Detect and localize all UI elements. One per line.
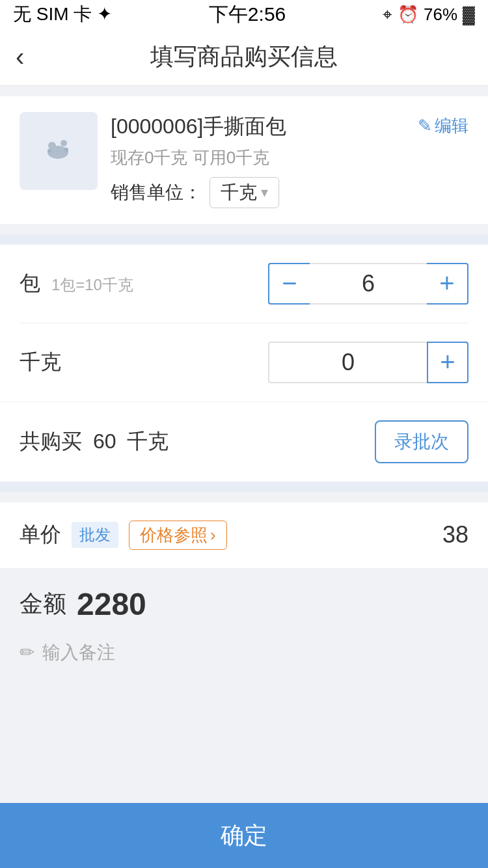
kg-label: 千克 — [20, 348, 61, 377]
unit-label: 销售单位： — [111, 180, 202, 205]
product-name: [0000006]手撕面包 — [111, 112, 468, 141]
package-label-group: 包 1包=10千克 — [20, 269, 133, 298]
edit-icon: ✎ — [418, 116, 432, 136]
price-ref-label: 价格参照 — [140, 524, 208, 547]
svg-point-3 — [47, 149, 51, 153]
svg-point-1 — [61, 140, 67, 146]
kg-plus-button[interactable]: + — [427, 342, 468, 383]
unit-select[interactable]: 千克 ▾ — [210, 177, 279, 208]
svg-point-4 — [64, 148, 68, 152]
price-label: 单价 — [20, 521, 61, 549]
total-text: 共购买 60 千克 — [20, 427, 169, 456]
package-stepper: − + — [268, 263, 468, 305]
package-input[interactable] — [310, 263, 427, 305]
chevron-down-icon: ▾ — [261, 184, 268, 201]
location-icon: ⌖ — [383, 5, 392, 25]
price-value: 38 — [442, 521, 468, 549]
status-bar: 无 SIM 卡 ✦ 下午2:56 ⌖ ⏰ 76% ▓ — [0, 0, 488, 29]
edit-button[interactable]: ✎ 编辑 — [418, 115, 468, 137]
total-unit: 千克 — [127, 429, 169, 453]
amount-row: 金额 2280 — [20, 586, 468, 632]
kg-row: 千克 + — [20, 323, 468, 401]
battery-icon: ▓ — [463, 5, 475, 25]
status-time: 下午2:56 — [209, 1, 286, 28]
amount-label: 金额 — [20, 588, 66, 620]
amount-value: 2280 — [77, 586, 146, 622]
chevron-right-icon: › — [210, 525, 216, 545]
battery-level: 76% — [424, 5, 457, 25]
unit-value: 千克 — [221, 180, 257, 205]
remark-placeholder: 输入备注 — [42, 640, 115, 665]
price-ref-button[interactable]: 价格参照 › — [129, 521, 227, 550]
confirm-button[interactable]: 确定 — [0, 803, 488, 868]
price-tag: 批发 — [72, 522, 118, 548]
product-stock: 现存0千克 可用0千克 — [111, 146, 468, 169]
total-row: 共购买 60 千克 录批次 — [0, 401, 488, 481]
batch-button[interactable]: 录批次 — [375, 420, 468, 463]
section-divider-2 — [0, 481, 488, 492]
sim-status: 无 SIM 卡 ✦ — [13, 2, 112, 27]
amount-section: 金额 2280 ✏ 输入备注 — [0, 568, 488, 683]
package-minus-button[interactable]: − — [268, 263, 310, 305]
total-amount: 60 — [93, 429, 116, 453]
page-title: 填写商品购买信息 — [150, 41, 338, 73]
package-label: 包 — [20, 271, 40, 295]
price-row: 单价 批发 价格参照 › 38 — [20, 521, 468, 550]
total-prefix: 共购买 — [20, 429, 82, 453]
kg-input-group: + — [268, 342, 468, 383]
back-button[interactable]: ‹ — [16, 42, 24, 72]
remark-row[interactable]: ✏ 输入备注 — [20, 632, 468, 683]
status-right: ⌖ ⏰ 76% ▓ — [383, 5, 475, 25]
alarm-icon: ⏰ — [398, 5, 418, 25]
product-info: [0000006]手撕面包 现存0千克 可用0千克 销售单位： 千克 ▾ — [111, 112, 468, 208]
package-plus-button[interactable]: + — [427, 263, 468, 305]
product-unit-row: 销售单位： 千克 ▾ — [111, 177, 468, 208]
section-divider — [0, 234, 488, 245]
input-section: 包 1包=10千克 − + 千克 + — [0, 245, 488, 401]
price-section: 单价 批发 价格参照 › 38 — [0, 502, 488, 568]
nav-bar: ‹ 填写商品购买信息 — [0, 29, 488, 86]
pencil-icon: ✏ — [20, 642, 34, 663]
status-left: 无 SIM 卡 ✦ — [13, 2, 112, 27]
package-hint: 1包=10千克 — [51, 276, 133, 293]
product-card: [0000006]手撕面包 现存0千克 可用0千克 销售单位： 千克 ▾ ✎ 编… — [0, 96, 488, 224]
product-image — [20, 112, 98, 190]
kg-input[interactable] — [268, 342, 427, 383]
package-row: 包 1包=10千克 − + — [20, 245, 468, 323]
